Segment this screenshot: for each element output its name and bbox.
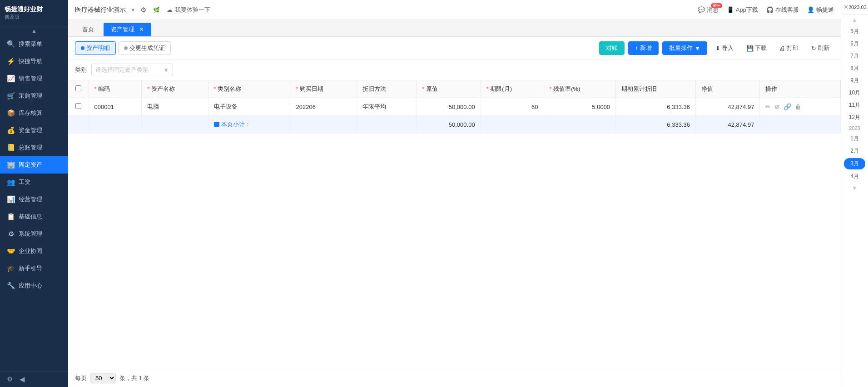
sidebar-item-guide[interactable]: 🎓新手引导: [0, 260, 68, 277]
th-initial-accumulated: 期初累计折旧: [616, 80, 696, 98]
sidebar-scroll-up[interactable]: ▲: [0, 26, 68, 35]
sidebar-item-basic_info[interactable]: 📋基础信息: [0, 208, 68, 225]
th-period: 期限(月): [481, 80, 544, 98]
divider: 🌿: [153, 7, 160, 13]
sidebar-bottom: ⚙ ◀: [0, 371, 68, 387]
row-residual-rate: 5.0000: [544, 98, 616, 116]
subtotal-icon: [214, 122, 219, 127]
timeline-header: ✕ 2023.03 ⤢: [841, 0, 868, 15]
user-menu[interactable]: 👤 畅捷通: [807, 6, 834, 14]
edit-icon[interactable]: ✏: [765, 103, 771, 110]
row-checkbox[interactable]: [75, 103, 81, 109]
delete-icon[interactable]: 🗑: [795, 103, 801, 110]
subtotal-actions: [760, 116, 841, 134]
new-button[interactable]: + 新增: [628, 41, 659, 55]
filter-placeholder: 请选择固定资产类别: [95, 66, 149, 74]
sidebar-label: 总账管理: [19, 144, 42, 152]
sidebar-label: 新手引导: [19, 264, 42, 273]
print-button[interactable]: 🖨 打印: [775, 42, 803, 55]
timeline-month[interactable]: 11月: [841, 99, 868, 111]
fixed_assets-icon: 🏢: [7, 161, 15, 169]
subtotal-empty7: [544, 116, 616, 134]
timeline-month[interactable]: 7月: [841, 50, 868, 62]
refresh-icon: ↻: [811, 45, 816, 52]
sidebar-label: 固定资产: [19, 161, 42, 169]
pagination: 每页 50 100 200 条，共 1 条: [68, 369, 841, 387]
settings-gear-icon[interactable]: ⚙: [140, 6, 146, 14]
timeline-month[interactable]: 9月: [841, 74, 868, 87]
basic_info-icon: 📋: [7, 213, 15, 221]
sidebar-item-fixed_assets[interactable]: 🏢固定资产: [0, 156, 68, 174]
th-residual-rate: 残值率(%): [544, 80, 616, 98]
subtotal-label-cell: 本页小计：: [208, 116, 290, 134]
message-btn[interactable]: 💬 消息 99+: [698, 6, 719, 14]
system-icon: ⚙: [7, 230, 15, 238]
sidebar-label: 销售管理: [19, 74, 42, 83]
batch-ops-button[interactable]: 批量操作 ▼: [662, 41, 707, 55]
tab-home[interactable]: 首页: [75, 23, 101, 36]
timeline-month[interactable]: 2月: [841, 145, 868, 157]
sidebar-item-search[interactable]: 🔍搜索菜单: [0, 35, 68, 53]
toolbar: 资产明细 变更生成凭证 对账 + 新增 批量操作 ▼ ⬇ 导入: [68, 37, 841, 60]
download-icon: 💾: [746, 45, 754, 52]
toolbar-tabs: 资产明细 变更生成凭证: [75, 41, 595, 55]
timeline-month[interactable]: 12月: [841, 111, 868, 124]
timeline-current-year: 2023: [841, 124, 868, 133]
link-icon[interactable]: 🔗: [784, 103, 791, 110]
timeline-month[interactable]: 4月: [841, 170, 868, 183]
timeline-scroll-down-btn[interactable]: ▼: [841, 183, 868, 194]
row-depreciation-method: 年限平均: [357, 98, 416, 116]
tab-asset-detail[interactable]: 资产明细: [75, 41, 116, 55]
sidebar-item-operations[interactable]: 📊经营管理: [0, 191, 68, 208]
timeline-month[interactable]: 1月: [841, 133, 868, 145]
payroll-icon: 👥: [7, 178, 15, 186]
sidebar-item-system[interactable]: ⚙系统管理: [0, 225, 68, 243]
sidebar-nav: 🔍搜索菜单⚡快捷导航📈销售管理🛒采购管理📦库存核算💰资金管理📒总账管理🏢固定资产…: [0, 35, 68, 371]
tab-asset-management[interactable]: 资产管理 ✕: [104, 23, 151, 36]
sales-icon: 📈: [7, 74, 15, 83]
sidebar-item-quicknav[interactable]: ⚡快捷导航: [0, 53, 68, 70]
sidebar-item-payroll[interactable]: 👥工资: [0, 174, 68, 191]
th-checkbox: [68, 80, 89, 98]
per-page-select[interactable]: 50 100 200: [90, 373, 116, 383]
sidebar-item-inventory[interactable]: 📦库存核算: [0, 104, 68, 122]
tab-close-icon[interactable]: ✕: [139, 26, 144, 33]
subtotal-empty3: [142, 116, 208, 134]
timeline-month[interactable]: 3月: [844, 158, 865, 169]
copy-icon[interactable]: ⊘: [774, 103, 780, 110]
import-button[interactable]: ⬇ 导入: [711, 42, 738, 55]
sidebar-label: 库存核算: [19, 109, 42, 117]
timeline-scroll-up-btn[interactable]: ▲: [841, 15, 868, 25]
select-all-checkbox[interactable]: [75, 85, 81, 91]
sidebar-item-funds[interactable]: 💰资金管理: [0, 122, 68, 139]
experience-btn[interactable]: ☁ 我要体验一下: [167, 6, 210, 14]
sidebar-item-purchase[interactable]: 🛒采购管理: [0, 87, 68, 104]
settings-icon[interactable]: ⚙: [7, 375, 13, 383]
sidebar-item-cooperation[interactable]: 🤝企业协同: [0, 243, 68, 260]
download-button[interactable]: 💾 下载: [742, 42, 771, 55]
timeline-month[interactable]: 8月: [841, 62, 868, 74]
th-net-value: 净值: [695, 80, 759, 98]
company-name[interactable]: 医疗器械行业演示: [75, 6, 126, 14]
sidebar-item-ledger[interactable]: 📒总账管理: [0, 139, 68, 156]
sidebar-item-sales[interactable]: 📈销售管理: [0, 70, 68, 87]
collapse-icon[interactable]: ◀: [20, 375, 25, 383]
timeline-close-icon[interactable]: ✕: [843, 4, 848, 10]
guide-icon: 🎓: [7, 264, 15, 273]
tab-change-voucher[interactable]: 变更生成凭证: [118, 41, 171, 55]
sidebar-label: 采购管理: [19, 92, 42, 100]
right-timeline: ✕ 2023.03 ⤢ ▲ 5月6月7月8月9月10月11月12月 2023 1…: [841, 0, 868, 387]
subtotal-net-value: 42,874.97: [695, 116, 759, 134]
app-download-btn[interactable]: 📱 App下载: [727, 6, 758, 14]
customer-service-btn[interactable]: 🎧 在线客服: [766, 6, 799, 14]
timeline-month[interactable]: 6月: [841, 38, 868, 50]
timeline-month[interactable]: 5月: [841, 25, 868, 38]
table-header-row: 编码 资产名称 类别名称 购买日期 折旧方法 原值 期限(月) 残值率(%) 期…: [68, 80, 841, 98]
sidebar-item-app_center[interactable]: 🔧应用中心: [0, 277, 68, 294]
category-filter-select[interactable]: 请选择固定资产类别 ▼: [91, 64, 173, 76]
refresh-button[interactable]: ↻ 刷新: [807, 42, 834, 55]
app-title: 畅捷通好业财: [5, 5, 64, 14]
duizhang-button[interactable]: 对账: [599, 41, 625, 55]
timeline-month[interactable]: 10月: [841, 87, 868, 99]
row-name: 电脑: [142, 98, 208, 116]
